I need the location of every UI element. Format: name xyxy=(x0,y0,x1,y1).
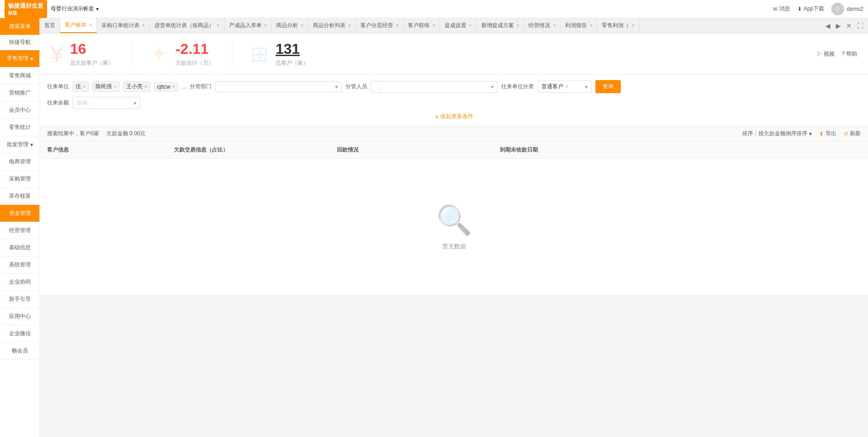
sidebar-item-retail-stats[interactable]: 零售统计 xyxy=(0,119,39,136)
tab-inbound-stats[interactable]: 进货单统计表（按商品） × xyxy=(150,18,225,33)
tab-close-icon[interactable]: × xyxy=(142,23,145,28)
remove-unit-type[interactable]: × xyxy=(565,84,568,89)
tab-profit-report[interactable]: 利润报告 × xyxy=(561,18,597,33)
stat-block-total: ⊞ 131 总客户（家） xyxy=(232,41,326,67)
user-menu[interactable]: D demo2 xyxy=(831,3,863,15)
tab-operation[interactable]: 经营情况 × xyxy=(524,18,561,33)
results-bar: 搜索结果中，客户0家 欠款金额 0.00元 排序：按欠款金额倒序排序 ▾ ⬆ 导… xyxy=(40,126,868,142)
person-select[interactable]: ... ▾ xyxy=(371,81,498,93)
stat-number-amount: -2.11 xyxy=(176,41,214,57)
stat-label-amount: 欠款合计（万） xyxy=(176,59,214,67)
remove-tag-wu[interactable]: × xyxy=(83,84,86,89)
tab-fullscreen-btn[interactable]: ⛶ xyxy=(855,21,865,30)
remove-tag-chen[interactable]: × xyxy=(114,84,116,89)
remove-tag-cjttcw[interactable]: × xyxy=(173,84,175,89)
video-btn[interactable]: ▷ 视频 xyxy=(817,50,834,58)
sidebar-item-chang-member[interactable]: 畅会员 xyxy=(0,342,39,360)
sidebar-item-enterprise[interactable]: 企业协同 xyxy=(0,274,39,291)
empty-icon: 🔍 xyxy=(436,203,472,237)
balance-select[interactable]: 选择... ▾ xyxy=(72,97,140,109)
sidebar-item-finance[interactable]: 资金管理 xyxy=(0,205,39,222)
unit-type-label: 往来单位分类 xyxy=(501,83,534,90)
query-button[interactable]: 查询 xyxy=(595,80,621,93)
tab-close-icon[interactable]: × xyxy=(348,23,351,28)
tab-close-icon[interactable]: × xyxy=(632,23,634,28)
sidebar-item-retail-mall[interactable]: 零售商城 xyxy=(0,67,39,85)
stat-block-amount: ✦ -2.11 欠款合计（万） xyxy=(132,41,232,67)
tab-next-btn[interactable]: ▶ xyxy=(834,21,843,30)
content-area: ¥ 16 总欠款客户（家） ✦ -2.11 欠款合计（万） ⊞ xyxy=(40,33,868,437)
tab-close-icon[interactable]: × xyxy=(264,23,267,28)
tab-new-commission[interactable]: 新增提成方案 × xyxy=(477,18,524,33)
tab-close-all-btn[interactable]: ✕ xyxy=(844,21,854,30)
refresh-button[interactable]: ↺ 刷新 xyxy=(844,130,861,138)
tab-finished-inbound[interactable]: 产成品入库单 × xyxy=(225,18,272,33)
chevron-down-icon: ▾ xyxy=(491,84,494,90)
tab-customer-layer[interactable]: 客户分层经营 × xyxy=(356,18,403,33)
sidebar-item-purchase[interactable]: 采购管理 xyxy=(0,171,39,188)
col-header-customer: 客户信息 xyxy=(47,146,174,154)
remove-tag-wang[interactable]: × xyxy=(144,84,147,89)
tab-product-analysis-list[interactable]: 商品分析列表 × xyxy=(308,18,356,33)
sidebar-item-newcomer[interactable]: 新手引导 xyxy=(0,291,39,308)
sidebar-item-inventory[interactable]: 库存核算 xyxy=(0,188,39,205)
tab-close-icon[interactable]: × xyxy=(553,23,556,28)
table-header: 客户信息 欠款交易信息（占比） 回款情况 到期未收款日期 xyxy=(40,142,868,159)
tab-close-icon[interactable]: × xyxy=(517,23,519,28)
sidebar-item-marketing[interactable]: 营销推广 xyxy=(0,85,39,102)
tab-close-icon[interactable]: × xyxy=(301,23,303,28)
tab-close-icon[interactable]: × xyxy=(396,23,398,28)
table-body: 🔍 暂无数据 xyxy=(40,159,868,294)
sidebar-item-member[interactable]: 会员中心 xyxy=(0,102,39,119)
filter-tag-normal-customer: 普通客户 × xyxy=(542,83,568,90)
tabbar: 首页 客户账本 × 采购订单统计表 × 进货单统计表（按商品） × 产成品入库单… xyxy=(40,18,868,33)
app-download-btn[interactable]: ⬇ App下载 xyxy=(797,5,824,13)
tab-close-icon[interactable]: × xyxy=(217,23,220,28)
stats-right: ▷ 视频 ? 帮助 xyxy=(817,50,857,58)
message-btn[interactable]: ✉ 消息 xyxy=(773,5,790,13)
stat-block-customers: ¥ 16 总欠款客户（家） xyxy=(51,41,132,67)
tab-product-analysis[interactable]: 商品分析 × xyxy=(272,18,308,33)
chevron-down-icon: ▾ xyxy=(30,142,33,148)
account-selector[interactable]: 母婴行业演示帐套 ▾ xyxy=(51,5,99,13)
tab-close-icon[interactable]: × xyxy=(89,23,92,28)
tab-close-icon[interactable]: × xyxy=(469,23,472,28)
tabbar-controls: ◀ ▶ ✕ ⛶ xyxy=(821,21,868,30)
empty-text: 暂无数据 xyxy=(442,242,466,251)
chevron-down-icon: ▾ xyxy=(585,84,588,90)
help-btn[interactable]: ? 帮助 xyxy=(842,50,857,58)
sidebar-item-app-center[interactable]: 应用中心 xyxy=(0,308,39,325)
tab-customer-contact[interactable]: 客户联络 × xyxy=(403,18,440,33)
filter-tag-wang: 王小亮 × xyxy=(123,81,150,92)
sidebar-item-wholesale[interactable]: 批发管理 ▾ xyxy=(0,136,39,153)
tab-prev-btn[interactable]: ◀ xyxy=(824,21,832,30)
tab-close-icon[interactable]: × xyxy=(590,23,592,28)
sidebar-item-ecommerce[interactable]: 电商管理 xyxy=(0,153,39,171)
stat-icon-customers: ¥ xyxy=(51,42,63,66)
sidebar-item-basic-info[interactable]: 基础信息 xyxy=(0,239,39,256)
tab-close-icon[interactable]: × xyxy=(432,23,435,28)
tab-home[interactable]: 首页 xyxy=(40,18,60,33)
col-header-debt: 欠款交易信息（占比） xyxy=(174,146,337,154)
sort-button[interactable]: 排序：按欠款金额倒序排序 ▾ xyxy=(742,130,812,138)
chevron-down-icon: ▾ xyxy=(809,131,812,137)
sidebar-item-system[interactable]: 系统管理 xyxy=(0,256,39,274)
tab-purchase-order-stats[interactable]: 采购订单统计表 × xyxy=(97,18,150,33)
export-button[interactable]: ⬆ 导出 xyxy=(819,130,836,138)
sidebar-item-enterprise-wechat[interactable]: 企业微信 xyxy=(0,325,39,342)
sidebar-search[interactable]: 搜索菜单 xyxy=(0,18,39,35)
unit-type-select[interactable]: 普通客户 × ▾ xyxy=(537,81,592,93)
collapse-btn[interactable]: ∧ 收起更多条件 xyxy=(435,113,473,120)
avatar: D xyxy=(831,3,844,15)
filter-more-tags[interactable]: ... xyxy=(182,84,186,90)
sidebar-item-operation[interactable]: 经营管理 xyxy=(0,222,39,239)
dept-select[interactable]: ▾ xyxy=(215,81,342,92)
tab-customer-ledger[interactable]: 客户账本 × xyxy=(60,18,97,33)
tab-commission-settings[interactable]: 提成设置 × xyxy=(440,18,477,33)
tab-retail-profit[interactable]: 零售利润（ × xyxy=(597,18,639,33)
sidebar-quick-nav[interactable]: 快捷导航 xyxy=(0,35,39,50)
sidebar-item-retail-management[interactable]: 零售管理 ▾ xyxy=(0,50,39,67)
sort-label: 排序：按欠款金额倒序排序 xyxy=(742,130,807,138)
play-icon: ▷ xyxy=(817,51,822,57)
search-amount: 欠款金额 0.00元 xyxy=(106,130,146,138)
